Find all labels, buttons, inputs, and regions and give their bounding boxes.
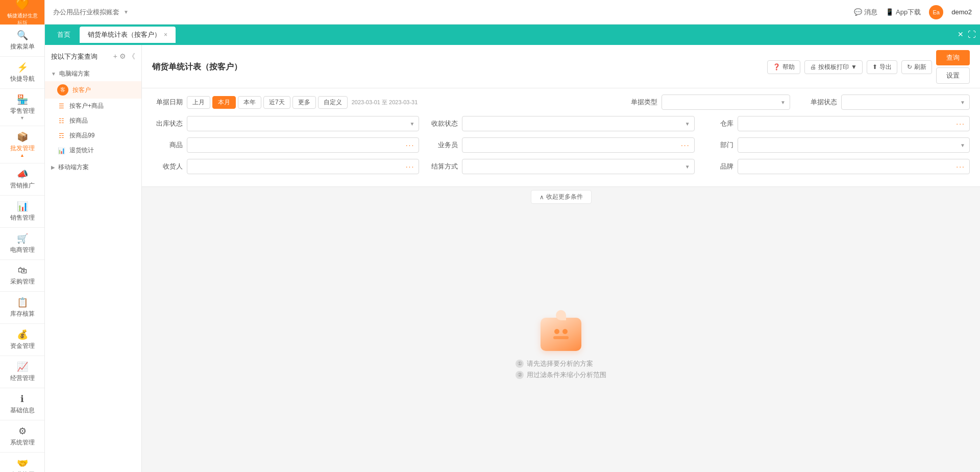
sidebar-item-inventory[interactable]: 📋 库存核算 bbox=[0, 292, 44, 324]
sidebar-label-search: 搜索菜单 bbox=[10, 42, 35, 51]
department-input[interactable]: ▼ bbox=[738, 137, 970, 153]
print-btn[interactable]: 🖨 按模板打印 ▼ bbox=[804, 60, 863, 74]
app-download-btn[interactable]: 📱 App下载 bbox=[886, 8, 921, 17]
settings-scheme-icon[interactable]: ⚙ bbox=[119, 52, 126, 61]
sidebar-label-system: 系统管理 bbox=[10, 438, 35, 447]
order-type-field: 单据类型 ▼ bbox=[627, 95, 790, 110]
sidebar-item-collab[interactable]: 🤝 企业协同 bbox=[0, 453, 44, 472]
collapse-scheme-icon[interactable]: 《 bbox=[128, 52, 135, 61]
sidebar-item-system[interactable]: ⚙ 系统管理 bbox=[0, 420, 44, 453]
export-icon: ⬆ bbox=[872, 63, 877, 70]
sidebar-label-inventory: 库存核算 bbox=[10, 310, 35, 318]
industry-dropdown-icon[interactable]: ▼ bbox=[124, 9, 129, 15]
message-btn[interactable]: 💬 消息 bbox=[854, 8, 877, 17]
header-right: 💬 消息 📱 App下载 Ea demo2 bbox=[854, 5, 972, 19]
refresh-icon: ↻ bbox=[907, 63, 912, 70]
goods-input[interactable]: ··· bbox=[187, 137, 419, 153]
goods-label: 商品 bbox=[152, 140, 183, 150]
shipping-status-dropdown-icon: ▼ bbox=[409, 121, 414, 127]
industry-label: 办公用品行业模拟账套 bbox=[53, 8, 119, 17]
scheme-item-customer[interactable]: 客 按客户 bbox=[45, 81, 141, 99]
brand-input[interactable]: ··· bbox=[738, 159, 970, 174]
app-download-label: App下载 bbox=[896, 8, 921, 17]
department-label: 部门 bbox=[703, 140, 733, 150]
right-content: 销货单统计表（按客户） ❓ 帮助 🖨 按模板打印 ▼ ⬆ bbox=[142, 45, 980, 472]
date-btn-more[interactable]: 更多 bbox=[292, 96, 316, 109]
filter-area: 单据日期 上月 本月 本年 近7天 更多 自定义 2023-03-01 至 20… bbox=[142, 88, 980, 186]
receiver-input[interactable]: ··· bbox=[187, 159, 419, 174]
scheme-item-goods99[interactable]: ☶ 按商品99 bbox=[45, 128, 141, 143]
page-header-top: 销货单统计表（按客户） ❓ 帮助 🖨 按模板打印 ▼ ⬆ bbox=[152, 50, 970, 88]
tab-close-window-icon[interactable]: ✕ bbox=[958, 30, 964, 39]
desktop-group-arrow: ▼ bbox=[51, 71, 56, 77]
refresh-btn[interactable]: ↻ 刷新 bbox=[901, 60, 932, 74]
scheme-icon-return: 📊 bbox=[57, 147, 65, 155]
salesperson-field: 业务员 ··· bbox=[427, 137, 694, 153]
warehouse-field: 仓库 ··· bbox=[703, 116, 970, 131]
message-label: 消息 bbox=[864, 8, 877, 17]
sidebar-item-wholesale[interactable]: 📦 批发管理 ▲ bbox=[0, 126, 44, 163]
tab-home-label: 首页 bbox=[57, 30, 70, 39]
mobile-group-label: 移动端方案 bbox=[58, 163, 89, 172]
warehouse-input[interactable]: ··· bbox=[738, 116, 970, 131]
payment-method-input[interactable]: ▼ bbox=[462, 159, 694, 174]
date-btn-last-month[interactable]: 上月 bbox=[187, 96, 210, 109]
scheme-item-customer-goods[interactable]: ☰ 按客户+商品 bbox=[45, 99, 141, 113]
operation-icon: 📈 bbox=[17, 361, 28, 372]
receiver-label: 收货人 bbox=[152, 162, 183, 171]
shipping-status-input[interactable]: ▼ bbox=[187, 116, 419, 131]
hint-text-1: 请先选择要分析的方案 bbox=[527, 359, 593, 368]
sidebar-item-retail[interactable]: 🏪 零售管理 ▼ bbox=[0, 89, 44, 126]
hint-num-1: ① bbox=[516, 360, 524, 368]
salesperson-input[interactable]: ··· bbox=[462, 137, 694, 153]
sidebar-label-purchase: 采购管理 bbox=[10, 277, 35, 286]
mobile-group-title[interactable]: ▶ 移动端方案 bbox=[45, 160, 141, 175]
date-btn-group: 上月 本月 本年 近7天 更多 自定义 2023-03-01 至 2023-03… bbox=[187, 96, 418, 109]
settings-btn[interactable]: 设置 bbox=[936, 67, 970, 84]
date-btn-7days[interactable]: 近7天 bbox=[263, 96, 290, 109]
scheme-icon-customer-goods: ☰ bbox=[57, 102, 65, 110]
date-filter-label: 单据日期 bbox=[152, 98, 183, 107]
sidebar-item-operation[interactable]: 📈 经营管理 bbox=[0, 356, 44, 388]
shipping-status-field: 出库状态 ▼ bbox=[152, 116, 419, 131]
sidebar-item-nav[interactable]: ⚡ 快捷导航 bbox=[0, 57, 44, 89]
order-type-label: 单据类型 bbox=[627, 98, 657, 107]
sidebar-item-sales[interactable]: 📊 销售管理 bbox=[0, 196, 44, 228]
sidebar-item-ecommerce[interactable]: 🛒 电商管理 bbox=[0, 228, 44, 260]
collapse-row: ∧ 收起更多条件 bbox=[142, 186, 980, 207]
sidebar: 🧡 畅捷通好生意 标版 🔍 搜索菜单 ⚡ 快捷导航 🏪 零售管理 ▼ 📦 批发管… bbox=[0, 0, 45, 472]
empty-illustration bbox=[530, 300, 592, 351]
help-btn[interactable]: ❓ 帮助 bbox=[767, 60, 800, 74]
sidebar-item-finance[interactable]: 💰 资金管理 bbox=[0, 324, 44, 356]
date-btn-custom[interactable]: 自定义 bbox=[318, 96, 348, 109]
order-type-input[interactable]: ▼ bbox=[662, 95, 790, 110]
collapse-btn[interactable]: ∧ 收起更多条件 bbox=[531, 190, 592, 204]
tab-sales-stats[interactable]: 销货单统计表（按客户） × bbox=[80, 27, 176, 43]
scheme-item-goods[interactable]: ☷ 按商品 bbox=[45, 113, 141, 128]
scheme-panel: 按以下方案查询 + ⚙ 《 ▼ 电脑端方案 客 按客户 ☰ 按客 bbox=[45, 45, 142, 472]
scheme-item-return[interactable]: 📊 退货统计 bbox=[45, 143, 141, 158]
finance-icon: 💰 bbox=[17, 329, 28, 340]
tab-close-icon[interactable]: × bbox=[164, 31, 167, 38]
date-btn-this-month[interactable]: 本月 bbox=[212, 96, 236, 109]
export-btn[interactable]: ⬆ 导出 bbox=[867, 60, 897, 74]
scheme-icon-goods: ☷ bbox=[57, 117, 65, 125]
sidebar-item-basic[interactable]: ℹ 基础信息 bbox=[0, 388, 44, 420]
desktop-group-title[interactable]: ▼ 电脑端方案 bbox=[45, 66, 141, 81]
tab-maximize-icon[interactable]: ⛶ bbox=[968, 30, 976, 39]
query-btn[interactable]: 查询 bbox=[936, 50, 970, 65]
receipt-status-input[interactable]: ▼ bbox=[462, 116, 694, 131]
scheme-icon-goods99: ☶ bbox=[57, 132, 65, 140]
mobile-scheme-group: ▶ 移动端方案 bbox=[45, 160, 141, 175]
receipt-status-field: 收款状态 ▼ bbox=[427, 116, 694, 131]
receipt-status-dropdown-icon: ▼ bbox=[685, 121, 690, 127]
date-btn-this-year[interactable]: 本年 bbox=[238, 96, 261, 109]
user-avatar[interactable]: Ea bbox=[929, 5, 943, 19]
add-scheme-icon[interactable]: + bbox=[113, 52, 117, 61]
sidebar-item-marketing[interactable]: 📣 营销推广 bbox=[0, 163, 44, 196]
order-status-input[interactable]: ▼ bbox=[841, 95, 970, 110]
sidebar-item-purchase[interactable]: 🛍 采购管理 bbox=[0, 260, 44, 292]
hint-text-2: 用过滤条件来缩小分析范围 bbox=[527, 370, 606, 380]
tab-home[interactable]: 首页 bbox=[49, 27, 79, 43]
sidebar-item-search[interactable]: 🔍 搜索菜单 bbox=[0, 25, 44, 57]
